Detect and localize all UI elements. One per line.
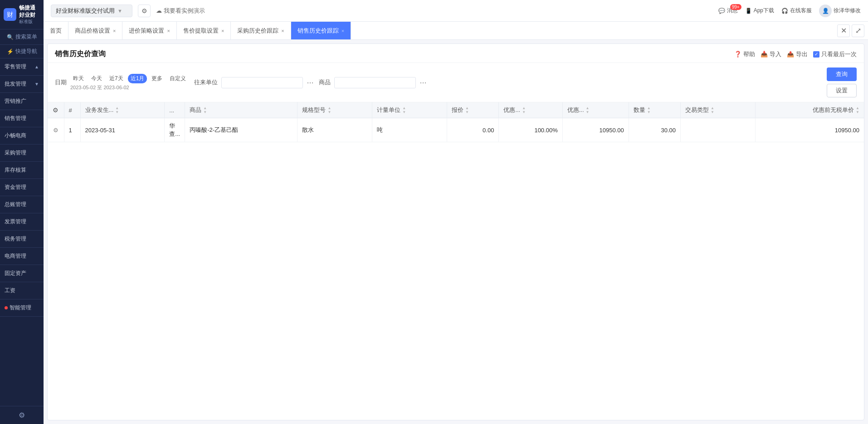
th-trade-type[interactable]: 交易类型 ▲▼ (681, 102, 756, 118)
import-icon: 📥 (761, 51, 768, 58)
help-icon: ❓ (734, 51, 741, 58)
sidebar-item-retail[interactable]: 零售管理 ▲ (0, 58, 44, 76)
row-biz-date: 2023-05-31 (80, 118, 165, 142)
source-unit-more-btn[interactable]: ··· (307, 78, 313, 87)
sort-icon-discount-val[interactable]: ▲▼ (586, 106, 590, 114)
app-download-btn[interactable]: 📱 App下载 (745, 7, 774, 14)
date-btn-custom[interactable]: 自定义 (167, 74, 189, 83)
table-row[interactable]: ⚙ 1 2023-05-31 华查... 丙嗪酸-2-乙基己酯 散水 吨 0.0… (48, 118, 864, 142)
topbar: 好业财标准版交付试用 ▼ ⚙ ☁ 我要看实例演示 💬 消息 99+ 📱 App下… (44, 0, 868, 22)
sidebar-item-tax[interactable]: 税务管理 (0, 231, 44, 248)
export-btn[interactable]: 📤 导出 (787, 50, 808, 58)
user-profile-btn[interactable]: 👤 徐泽华修改 (819, 5, 861, 17)
source-unit-input[interactable] (221, 77, 303, 88)
sidebar-item-capital[interactable]: 资金管理 (0, 179, 44, 196)
date-buttons: 昨天 今天 近7天 近1月 更多 自定义 (70, 74, 189, 83)
sidebar-item-retail-label: 零售管理 (5, 63, 26, 71)
source-unit-filter-group: 往来单位 ··· (194, 77, 313, 88)
th-discount-val[interactable]: 优惠... ▲▼ (562, 102, 629, 118)
tab-price-setting[interactable]: 商品价格设置 × (68, 22, 122, 40)
tab-close-btn[interactable]: ✕ (837, 24, 850, 37)
th-biz-date[interactable]: 业务发生... ▲▼ (80, 102, 165, 118)
sort-icon-biz-date[interactable]: ▲▼ (115, 106, 119, 114)
tab-price-extract[interactable]: 售价提取设置 × (177, 22, 231, 40)
help-btn[interactable]: ❓ 帮助 (734, 50, 755, 58)
tab-sales-history-close[interactable]: × (341, 28, 344, 34)
tab-purchase-strategy[interactable]: 进价策略设置 × (122, 22, 176, 40)
sidebar-item-ledger-label: 总账管理 (5, 201, 26, 208)
sort-icon-discount-pct[interactable]: ▲▼ (522, 106, 526, 114)
date-btn-more[interactable]: 更多 (149, 74, 165, 83)
th-pretax-price-label: 优惠前无税单价 (813, 106, 854, 114)
row-settings-cell[interactable]: ⚙ (48, 118, 64, 142)
demo-link[interactable]: ☁ 我要看实例演示 (156, 7, 205, 15)
th-settings[interactable]: ⚙ (48, 102, 64, 118)
tab-purchase-strategy-close[interactable]: × (167, 28, 170, 34)
search-btn[interactable]: 查询 (827, 67, 857, 81)
product-more-btn[interactable]: ··· (419, 78, 426, 87)
th-product[interactable]: 商品 ▲▼ (185, 102, 297, 118)
settings-btn[interactable]: 设置 (827, 84, 857, 97)
export-label: 导出 (796, 50, 808, 58)
tab-price-setting-close[interactable]: × (113, 28, 116, 34)
logo-icon: 财 (4, 8, 16, 21)
topbar-settings-btn[interactable]: ⚙ (138, 5, 151, 17)
sidebar-item-salary[interactable]: 工资 (0, 282, 44, 299)
sort-icon-price[interactable]: ▲▼ (465, 106, 469, 114)
sort-icon-product[interactable]: ▲▼ (203, 106, 207, 114)
sidebar-item-ledger[interactable]: 总账管理 (0, 196, 44, 213)
sidebar-item-purchase[interactable]: 采购管理 (0, 145, 44, 162)
sidebar-item-sales-label: 销售管理 (5, 115, 26, 122)
retail-arrow-icon: ▲ (34, 64, 39, 69)
th-unit[interactable]: 计量单位 ▲▼ (372, 102, 447, 118)
quicknav-icon: ⚡ (7, 48, 14, 55)
sidebar-item-xiaochangec[interactable]: 小畅电商 (0, 127, 44, 145)
sidebar-item-invoice[interactable]: 发票管理 (0, 213, 44, 231)
sort-icon-unit[interactable]: ▲▼ (402, 106, 406, 114)
th-price[interactable]: 报价 ▲▼ (447, 102, 499, 118)
sort-icon-spec[interactable]: ▲▼ (327, 106, 331, 114)
tab-maximize-btn[interactable]: ⤢ (852, 24, 864, 37)
tabs-actions: ✕ ⤢ (834, 24, 868, 37)
messages-btn[interactable]: 💬 消息 99+ (718, 7, 738, 14)
th-more[interactable]: ... (165, 102, 185, 118)
sort-icon-pretax-price[interactable]: ▲▼ (856, 106, 859, 114)
content-area: 销售历史价查询 ❓ 帮助 📥 导入 📤 导出 ✓ 只看最后一次 (47, 43, 864, 420)
sidebar-quicknav[interactable]: ⚡ 快捷导航 (0, 45, 44, 58)
tab-sales-history[interactable]: 销售历史价跟踪 × (291, 22, 351, 40)
tab-price-extract-close[interactable]: × (221, 28, 224, 34)
sidebar-item-fixedasset[interactable]: 固定资产 (0, 265, 44, 282)
sort-icon-trade-type[interactable]: ▲▼ (711, 106, 714, 114)
sidebar-item-ecommerce[interactable]: 电商管理 (0, 248, 44, 265)
date-btn-7days[interactable]: 近7天 (107, 74, 126, 83)
sidebar-item-marketing[interactable]: 营销推广 (0, 93, 44, 110)
tab-purchase-history-label: 采购历史价跟踪 (237, 27, 278, 35)
last-only-checkbox[interactable]: ✓ 只看最后一次 (813, 50, 857, 58)
tab-home[interactable]: 首页 (44, 22, 68, 40)
module-selector[interactable]: 好业财标准版交付试用 ▼ (51, 5, 132, 17)
th-pretax-price[interactable]: 优惠前无税单价 ▲▼ (755, 102, 864, 118)
tab-purchase-history-close[interactable]: × (281, 28, 284, 34)
th-spec[interactable]: 规格型号 ▲▼ (297, 102, 372, 118)
sidebar-item-inventory[interactable]: 库存核算 (0, 162, 44, 179)
th-qty[interactable]: 数量 ▲▼ (629, 102, 680, 118)
table-settings-icon[interactable]: ⚙ (53, 106, 59, 114)
sort-icon-qty[interactable]: ▲▼ (647, 106, 651, 114)
sidebar-settings-btn[interactable]: ⚙ (0, 406, 44, 424)
sidebar-item-wholesale[interactable]: 批发管理 ▼ (0, 76, 44, 93)
date-btn-today[interactable]: 今天 (88, 74, 105, 83)
sidebar-search[interactable]: 🔍 搜索菜单 (0, 29, 44, 45)
checkbox-icon: ✓ (813, 51, 819, 58)
product-input[interactable] (334, 77, 416, 88)
date-btn-yesterday[interactable]: 昨天 (70, 74, 87, 83)
th-discount-pct[interactable]: 优惠... ▲▼ (499, 102, 562, 118)
sidebar-item-sales[interactable]: 销售管理 (0, 110, 44, 127)
tab-purchase-history[interactable]: 采购历史价跟踪 × (231, 22, 291, 40)
online-service-btn[interactable]: 🎧 在线客服 (781, 7, 812, 14)
date-btn-1month[interactable]: 近1月 (128, 74, 147, 83)
import-btn[interactable]: 📥 导入 (761, 50, 781, 58)
row-gear-icon[interactable]: ⚙ (53, 127, 59, 134)
topbar-gear-icon: ⚙ (141, 7, 147, 14)
sidebar-item-smart[interactable]: 智能管理 (0, 299, 44, 317)
sidebar-item-capital-label: 资金管理 (5, 183, 26, 191)
